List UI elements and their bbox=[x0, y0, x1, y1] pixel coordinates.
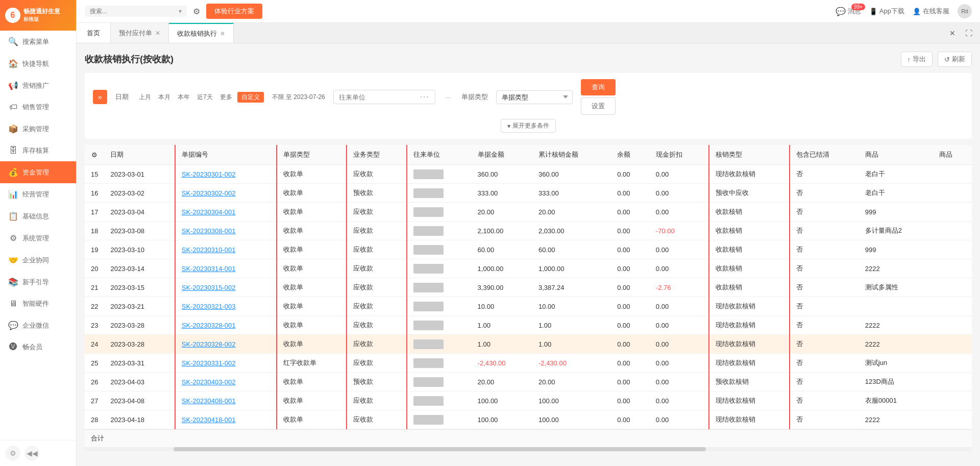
cell-partner: ██ bbox=[407, 222, 471, 240]
doc-no-link[interactable]: SK-20230331-002 bbox=[182, 359, 236, 367]
cell-balance: 0.00 bbox=[611, 222, 650, 240]
cell-goods2 bbox=[933, 240, 972, 259]
topbar-msg-btn[interactable]: 💬 消息 99+ bbox=[836, 7, 861, 16]
cell-goods1: 2222 bbox=[859, 316, 934, 335]
sidebar-item-guide[interactable]: 📚新手引导 bbox=[0, 271, 76, 293]
tab-prepay[interactable]: 预付应付单 ✕ bbox=[111, 23, 169, 43]
avatar-text: Rit bbox=[961, 8, 968, 14]
settings-footer-btn[interactable]: ⚙ bbox=[5, 446, 20, 461]
date-custom-btn[interactable]: 自定义 bbox=[237, 92, 264, 103]
date-this-year[interactable]: 本年 bbox=[176, 92, 192, 103]
cell-include-settled: 否 bbox=[790, 373, 859, 391]
doc-no-link[interactable]: SK-20230310-001 bbox=[182, 246, 236, 254]
cell-biz-type: 应收款 bbox=[347, 278, 407, 297]
cell-balance: 0.00 bbox=[611, 316, 650, 335]
sidebar-item-inventory[interactable]: 🗄库存核算 bbox=[0, 140, 76, 161]
tab-close-all-btn[interactable]: ✕ bbox=[946, 27, 959, 39]
doc-no-link[interactable]: SK-20230314-001 bbox=[182, 265, 236, 273]
cell-date: 2023-03-28 bbox=[104, 335, 175, 354]
cell-biz-type: 应收款 bbox=[347, 335, 407, 354]
cell-doc-no: SK-20230302-002 bbox=[175, 184, 277, 203]
cell-amount: 333.00 bbox=[472, 184, 532, 203]
doc-no-link[interactable]: SK-20230408-001 bbox=[182, 397, 236, 405]
export-btn[interactable]: ↑ 导出 bbox=[901, 52, 933, 67]
sidebar-item-operations[interactable]: 📊经营管理 bbox=[0, 183, 76, 205]
cell-no: 17 bbox=[85, 203, 104, 222]
date-last-7days[interactable]: 近7天 bbox=[195, 92, 215, 103]
sidebar-item-hardware[interactable]: 🖥智能硬件 bbox=[0, 293, 76, 314]
purchase-icon: 📦 bbox=[8, 124, 18, 134]
cell-no: 21 bbox=[85, 278, 104, 297]
sidebar-item-search[interactable]: 🔍搜索菜单 bbox=[0, 31, 76, 53]
topbar-app-btn[interactable]: 📱 App下载 bbox=[869, 7, 904, 16]
topbar-search-input[interactable] bbox=[90, 8, 176, 15]
doc-no-link[interactable]: SK-20230328-001 bbox=[182, 322, 236, 329]
cell-goods2 bbox=[933, 222, 972, 240]
doc-no-link[interactable]: SK-20230418-001 bbox=[182, 416, 236, 424]
doc-no-link[interactable]: SK-20230308-001 bbox=[182, 227, 236, 235]
sidebar-item-base[interactable]: 📋基础信息 bbox=[0, 205, 76, 227]
topbar: ▾ ⚙ 体验行业方案 💬 消息 99+ 📱 App下载 👤 在线客服 Rit bbox=[77, 0, 980, 23]
partner-dots[interactable]: ··· bbox=[420, 92, 429, 102]
avatar[interactable]: Rit bbox=[958, 4, 972, 18]
sidebar-item-label: 新手引导 bbox=[22, 278, 49, 287]
topbar-chevron-icon[interactable]: ▾ bbox=[179, 8, 182, 15]
date-more[interactable]: 更多 bbox=[218, 92, 234, 103]
date-this-month[interactable]: 本月 bbox=[156, 92, 173, 103]
doc-no-link[interactable]: SK-20230403-002 bbox=[182, 378, 236, 386]
date-last-month[interactable]: 上月 bbox=[137, 92, 153, 103]
doc-no-link[interactable]: SK-20230315-002 bbox=[182, 284, 236, 291]
tab-writeoff[interactable]: 收款核销执行 ✕ bbox=[169, 23, 234, 43]
cell-discount: 0.00 bbox=[650, 391, 709, 410]
sidebar-item-sales[interactable]: 🏷销售管理 bbox=[0, 96, 76, 118]
cell-goods1: 2222 bbox=[859, 410, 934, 429]
sidebar-item-label: 企业微信 bbox=[22, 321, 49, 330]
sidebar-item-purchase[interactable]: 📦采购管理 bbox=[0, 118, 76, 140]
topbar-solution-btn[interactable]: 体验行业方案 bbox=[206, 4, 262, 19]
filter-expand-btn[interactable]: » bbox=[93, 90, 107, 104]
sidebar-item-corp[interactable]: 🤝企业协同 bbox=[0, 249, 76, 271]
cell-cancel-type: 现结收款核销 bbox=[709, 165, 789, 184]
th-gear[interactable]: ⚙ bbox=[85, 145, 104, 165]
tab-prepay-close[interactable]: ✕ bbox=[155, 30, 160, 37]
expand-more-btn[interactable]: ▾ 展开更多条件 bbox=[501, 119, 556, 133]
cell-balance: 0.00 bbox=[611, 373, 650, 391]
doc-no-link[interactable]: SK-20230321-003 bbox=[182, 303, 236, 310]
sidebar-item-finance[interactable]: 💰资金管理 bbox=[0, 161, 76, 183]
sales-icon: 🏷 bbox=[8, 103, 18, 112]
cell-no: 26 bbox=[85, 373, 104, 391]
cell-amount: 10.00 bbox=[472, 297, 532, 316]
cell-doc-no: SK-20230308-001 bbox=[175, 222, 277, 240]
cell-include-settled: 否 bbox=[790, 410, 859, 429]
sidebar-item-marketing[interactable]: 📢营销推广 bbox=[0, 75, 76, 96]
scrollbar-thumb[interactable] bbox=[174, 447, 706, 451]
topbar-service-btn[interactable]: 👤 在线客服 bbox=[913, 7, 949, 16]
doc-no-link[interactable]: SK-20230328-002 bbox=[182, 340, 236, 348]
collapse-btn[interactable]: ◀◀ bbox=[24, 446, 40, 461]
doc-no-link[interactable]: SK-20230302-002 bbox=[182, 189, 236, 197]
sidebar-item-quick-nav[interactable]: 🏠快捷导航 bbox=[0, 53, 76, 75]
tab-home[interactable]: 首页 bbox=[77, 23, 111, 43]
refresh-btn[interactable]: ↺ 刷新 bbox=[938, 52, 972, 67]
filter-settings-btn[interactable]: 设置 bbox=[581, 97, 616, 115]
sidebar-item-wechat[interactable]: 💬企业微信 bbox=[0, 314, 76, 336]
expand-label: 展开更多条件 bbox=[512, 121, 549, 130]
horizontal-scrollbar[interactable] bbox=[85, 447, 972, 451]
partner-input[interactable] bbox=[339, 93, 417, 101]
cell-no: 15 bbox=[85, 165, 104, 184]
cell-no: 18 bbox=[85, 222, 104, 240]
doc-no-link[interactable]: SK-20230301-002 bbox=[182, 170, 236, 178]
tab-expand-btn[interactable]: ⛶ bbox=[963, 27, 975, 39]
tab-writeoff-close[interactable]: ✕ bbox=[220, 30, 225, 37]
main-area: ▾ ⚙ 体验行业方案 💬 消息 99+ 📱 App下载 👤 在线客服 Rit bbox=[77, 0, 980, 466]
cell-cancel-type: 现结收款核销 bbox=[709, 297, 789, 316]
date-range-display: 不限 至 2023-07-26 bbox=[272, 93, 325, 102]
cell-doc-no: SK-20230408-001 bbox=[175, 391, 277, 410]
doc-type-select[interactable]: 单据类型 收款单 红字收款单 bbox=[496, 90, 573, 104]
sidebar-item-system[interactable]: ⚙系统管理 bbox=[0, 227, 76, 249]
sidebar-item-member[interactable]: 🅥畅会员 bbox=[0, 336, 76, 358]
cell-goods1: 123D商品 bbox=[859, 373, 934, 391]
doc-no-link[interactable]: SK-20230304-001 bbox=[182, 208, 236, 216]
topbar-gear-icon[interactable]: ⚙ bbox=[193, 7, 200, 16]
query-btn[interactable]: 查询 bbox=[581, 79, 616, 95]
